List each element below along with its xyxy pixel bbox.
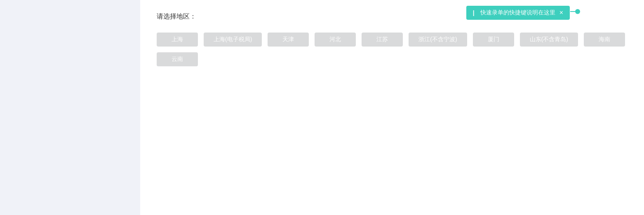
tooltip-text: 快速录单的快捷键说明在这里 (480, 9, 555, 16)
region-button-hainan[interactable]: 海南 (584, 33, 625, 47)
region-button-shanghai[interactable]: 上海 (157, 33, 198, 47)
region-button-xiamen[interactable]: 厦门 (473, 33, 514, 47)
main-content: 请选择地区： 上海上海(电子税局)天津河北江苏浙江(不含宁波)厦门山东(不含青岛… (140, 0, 644, 215)
tooltip-close-button[interactable]: × (559, 9, 563, 16)
tooltip-dot (575, 9, 580, 14)
region-button-shanghai-etax[interactable]: 上海(电子税局) (204, 33, 262, 47)
region-button-hebei[interactable]: 河北 (315, 33, 356, 47)
region-button-tianjin[interactable]: 天津 (268, 33, 309, 47)
region-button-shandong[interactable]: 山东(不含青岛) (520, 33, 578, 47)
sidebar (0, 0, 140, 215)
tooltip-banner: 快速录单的快捷键说明在这里 × (466, 6, 570, 20)
region-button-zhejiang[interactable]: 浙江(不含宁波) (409, 33, 467, 47)
region-buttons-container: 上海上海(电子税局)天津河北江苏浙江(不含宁波)厦门山东(不含青岛)海南云南 (157, 33, 628, 66)
region-button-jiangsu[interactable]: 江苏 (362, 33, 403, 47)
region-button-yunnan[interactable]: 云南 (157, 52, 198, 66)
